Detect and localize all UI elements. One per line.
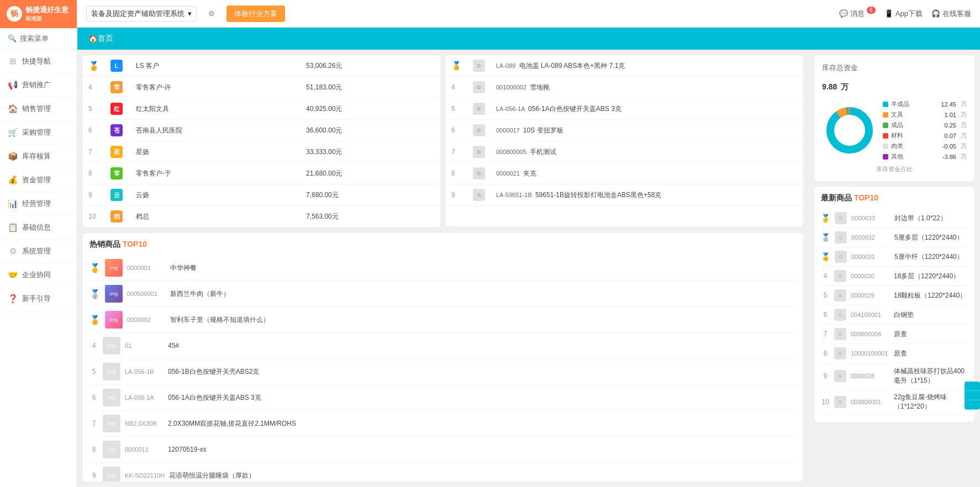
- new-products-title: 最新商品 TOP10: [821, 193, 968, 203]
- customer-name: 苍南县人民医院: [136, 126, 182, 134]
- customer-amount: 33,333.00元: [301, 141, 440, 163]
- new-product-item: 🏅 G 0000031 5厘中纤（1220*2440）: [821, 247, 968, 267]
- sidebar-item-inventory[interactable]: 📦 库存核算: [0, 145, 77, 168]
- customer-amount: 7,680.00元: [301, 184, 440, 206]
- product-ranking-row: 6 G 0000017 10S 变扭罗板: [446, 120, 803, 141]
- customer-name: 零售客户-许: [136, 83, 171, 91]
- rank-num: 4: [821, 272, 830, 280]
- customer-name: 星扬: [136, 148, 149, 156]
- rank-num: 7: [89, 420, 98, 427]
- customer-tag: 零: [110, 81, 123, 93]
- sidebar-item-enterprise[interactable]: 🤝 企业协同: [0, 263, 77, 287]
- rank-num: 9: [451, 191, 455, 199]
- inventory-card: 库存总资金 9.88 万: [814, 55, 974, 181]
- product-icon: G: [834, 396, 846, 408]
- service-btn[interactable]: 🎧 在线客服: [931, 9, 971, 19]
- menu-label-purchase: 采购管理: [22, 128, 51, 137]
- product-name: 056-1A白色按键开关盖ABS 3克: [168, 393, 261, 403]
- sidebar-menu: ⊞ 快捷导航 📢 营销推广 🏠 销售管理 🛒 采购管理 📦 库存核算 💰 资金管…: [0, 50, 77, 311]
- new-product-item: 6 G 004100001 白钢垫: [821, 305, 968, 325]
- customer-ranking-row: 6 苍 苍南县人民医院 36,600.00元: [83, 120, 440, 141]
- sidebar-item-operations[interactable]: 📊 经营管理: [0, 192, 77, 216]
- product-ranking-card: 🏅 G LA-089 电池盖 LA-089 ABS本色+黑种 7.1克 4 G …: [446, 55, 803, 226]
- sidebar-item-quick-nav[interactable]: ⊞ 快捷导航: [0, 50, 77, 73]
- legend-unit: 万: [959, 152, 967, 161]
- product-name: 59651-1B旋转投影灯电池盒ABS黑色+58克: [535, 191, 661, 199]
- trial-btn[interactable]: 体验行业方案: [226, 6, 285, 22]
- legend-label: 肉类: [891, 142, 940, 150]
- customer-tag: 云: [110, 189, 123, 201]
- legend-dot: [883, 102, 888, 107]
- legend-item: 半成品 12.45 万: [883, 99, 967, 109]
- hot-product-item: 🏅 img 0000002 智利车子里（规格不知道填什么）: [89, 307, 797, 333]
- donut-chart: [822, 103, 877, 158]
- menu-icon-marketing: 📢: [8, 80, 18, 90]
- product-code: 0000001: [127, 264, 166, 271]
- product-icon: G: [834, 289, 846, 301]
- new-product-item: 🥇 G 0000033 封边带（1.0*22）: [821, 209, 968, 228]
- sidebar-item-base-info[interactable]: 📋 基础信息: [0, 216, 77, 240]
- product-code: 003800001: [851, 399, 889, 405]
- product-icon: G: [473, 189, 485, 201]
- customer-ranking-row: 🏅 L LS 客户 53,006.26元: [83, 55, 440, 77]
- product-thumbnail: img: [105, 259, 123, 277]
- product-thumbnail: img: [103, 441, 120, 458]
- menu-label-quick-nav: 快捷导航: [22, 56, 51, 66]
- search-menu[interactable]: 🔍 搜索菜单: [0, 28, 77, 50]
- customer-amount: 7,563.00元: [301, 206, 440, 227]
- product-thumbnail: img: [105, 311, 123, 329]
- product-icon: G: [473, 167, 485, 179]
- gear-button[interactable]: ⚙: [203, 6, 220, 22]
- system-selector[interactable]: 装备及固定资产辅助管理系统 ▾: [86, 6, 197, 22]
- customer-ranking-table: 🏅 L LS 客户 53,006.26元 4 零 零售客户-许 51,183.0…: [83, 55, 440, 227]
- message-btn[interactable]: 💬 消息 6: [839, 9, 876, 19]
- new-product-item: 8 G 10000100001 原查: [821, 344, 968, 363]
- message-icon: 💬: [839, 9, 848, 18]
- sidebar-item-finance[interactable]: 💰 资金管理: [0, 168, 77, 192]
- rank-icon: 🥈: [821, 233, 830, 242]
- customer-ranking-row: 9 云 云扬 7,680.00元: [83, 184, 440, 206]
- sidebar-item-sales[interactable]: 🏠 销售管理: [0, 97, 77, 121]
- customer-name: 档总: [136, 213, 149, 220]
- legend-unit: 万: [959, 110, 967, 119]
- rank-icon: 🥈: [89, 289, 101, 299]
- float-service-btn-0[interactable]: 客服热线: [965, 382, 980, 391]
- menu-label-finance: 资金管理: [22, 175, 51, 185]
- inventory-amount: 9.88 万: [822, 76, 967, 93]
- product-ranking-table: 🏅 G LA-089 电池盖 LA-089 ABS本色+黑种 7.1克 4 G …: [446, 55, 803, 206]
- rank-icon: 🥇: [821, 214, 830, 223]
- rank-num: 4: [88, 83, 92, 91]
- home-icon: 🏠: [88, 34, 98, 43]
- product-ranking-row: 9 G LA-59651-1B 59651-1B旋转投影灯电池盒ABS黑色+58…: [446, 184, 803, 206]
- product-code: 0000002: [127, 316, 166, 323]
- mobile-icon: 📱: [884, 9, 893, 18]
- tab-home[interactable]: 🏠 首页: [77, 28, 124, 50]
- legend-unit: 万: [959, 121, 967, 129]
- product-name: 夹克: [523, 170, 536, 177]
- product-code: 0000028: [851, 373, 889, 379]
- legend-dot: [883, 144, 888, 149]
- sidebar-item-system[interactable]: ⚙ 系统管理: [0, 240, 77, 263]
- menu-icon-base-info: 📋: [8, 223, 18, 232]
- sidebar-item-marketing[interactable]: 📢 营销推广: [0, 73, 77, 97]
- right-panel: 库存总资金 9.88 万: [809, 50, 980, 487]
- app-download-btn[interactable]: 📱 App下载: [884, 9, 923, 19]
- product-name: 22g鱼豆腐-烧烤味（1*12*20）: [894, 393, 968, 411]
- product-thumbnail: img: [105, 285, 123, 303]
- sidebar-item-purchase[interactable]: 🛒 采购管理: [0, 121, 77, 145]
- rank-icon: 🥇: [89, 263, 101, 273]
- product-code: 10000100001: [851, 350, 889, 357]
- hot-product-item: 4 img 01 45#: [89, 333, 797, 359]
- svg-point-1: [830, 111, 869, 150]
- menu-label-sales: 销售管理: [22, 104, 51, 114]
- app-label: App下载: [895, 9, 923, 19]
- rank-num: 8: [451, 170, 455, 177]
- float-service-btn-1[interactable]: 服务社区: [965, 391, 980, 400]
- float-service-btn-2[interactable]: 直播: [965, 400, 980, 410]
- product-code: 01: [125, 342, 164, 349]
- product-icon: G: [835, 251, 847, 263]
- sidebar-item-guide[interactable]: ❓ 新手引导: [0, 287, 77, 311]
- product-code: 0000011: [125, 446, 164, 453]
- new-products-list: 🥇 G 0000033 封边带（1.0*22） 🥈 G 0000032 5厘多层…: [821, 209, 968, 415]
- rank-num: 8: [89, 446, 98, 453]
